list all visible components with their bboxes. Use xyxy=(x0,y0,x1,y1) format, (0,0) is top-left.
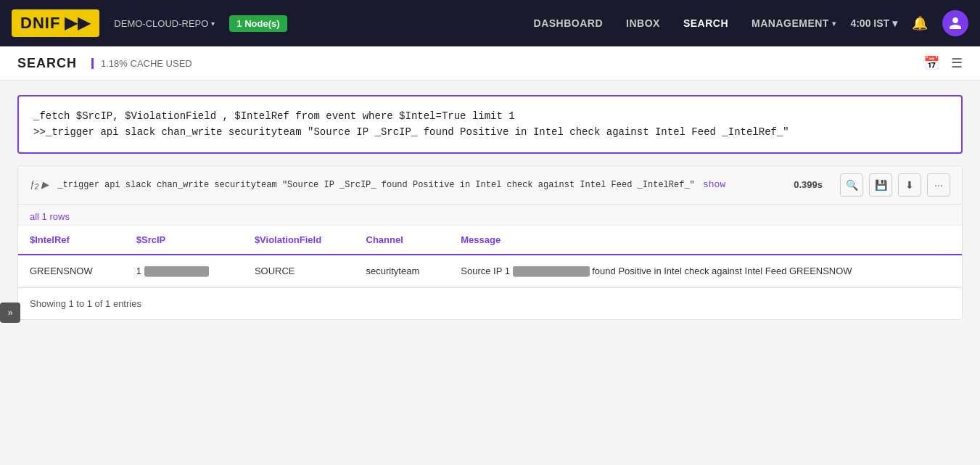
msg-ip-redacted: ████████████ xyxy=(513,266,590,276)
cache-info: 1.18% CACHE USED xyxy=(91,58,192,69)
calendar-icon[interactable]: 📅 xyxy=(923,55,939,71)
time-chevron: ▾ xyxy=(892,17,897,29)
col-violation-field: $ViolationField xyxy=(243,226,355,255)
query-line2: >>_trigger api slack chan_write security… xyxy=(33,124,947,140)
footer-info: Showing 1 to 1 of 1 entries xyxy=(18,287,962,319)
src-ip-prefix: 1 xyxy=(136,266,144,276)
function-label: ƒ2 xyxy=(30,179,38,191)
user-avatar[interactable] xyxy=(942,10,968,36)
sidebar-toggle-btn[interactable]: » xyxy=(0,303,20,323)
table-header-row: $IntelRef $SrcIP $ViolationField Channel… xyxy=(18,226,962,255)
menu-icon[interactable]: ☰ xyxy=(951,55,963,71)
table-row: GREENSNOW 1 ██████████ SOURCE securityte… xyxy=(18,255,962,287)
nav-dashboard[interactable]: DASHBOARD xyxy=(534,17,604,29)
col-message: Message xyxy=(449,226,962,255)
save-action-btn[interactable]: 💾 xyxy=(869,173,892,197)
col-src-ip: $SrcIP xyxy=(125,226,243,255)
nodes-badge[interactable]: 1 Node(s) xyxy=(229,15,287,32)
nav-search[interactable]: SEARCH xyxy=(683,17,728,29)
header-icons: 📅 ☰ xyxy=(923,55,963,71)
sidebar-toggle-area: » xyxy=(0,143,20,323)
management-chevron: ▾ xyxy=(832,20,836,28)
more-action-btn[interactable]: ··· xyxy=(927,173,950,197)
col-channel: Channel xyxy=(355,226,450,255)
rows-link[interactable]: all 1 rows xyxy=(30,211,70,222)
nav-inbox[interactable]: INBOX xyxy=(626,17,660,29)
src-ip-redacted: ██████████ xyxy=(144,266,209,276)
msg-prefix: Source IP 1 xyxy=(461,266,510,276)
result-panel: ƒ2 ▶ _trigger api slack chan_write secur… xyxy=(17,165,963,320)
cell-src-ip: 1 ██████████ xyxy=(125,255,243,287)
col-intel-ref: $IntelRef xyxy=(18,226,125,255)
result-subheader: all 1 rows xyxy=(18,205,962,226)
page-header: SEARCH 1.18% CACHE USED 📅 ☰ xyxy=(0,46,980,81)
user-icon xyxy=(948,16,963,30)
logo-arrows: ▶▶ xyxy=(65,14,91,33)
logo-text: DNIF xyxy=(20,14,60,33)
result-time: 0.399s xyxy=(794,179,823,190)
cell-channel: securityteam xyxy=(355,255,450,287)
nav-links: DASHBOARD INBOX SEARCH MANAGEMENT ▾ xyxy=(534,17,836,29)
nav-management[interactable]: MANAGEMENT ▾ xyxy=(752,17,836,29)
main-content: _fetch $SrcIP, $ViolationField , $IntelR… xyxy=(0,81,980,334)
cell-violation-field: SOURCE xyxy=(243,255,355,287)
search-action-btn[interactable]: 🔍 xyxy=(840,173,863,197)
msg-suffix: found Positive in Intel check against In… xyxy=(592,266,852,276)
data-table: $IntelRef $SrcIP $ViolationField Channel… xyxy=(18,226,962,287)
notification-bell[interactable]: 🔔 xyxy=(912,15,928,31)
repo-selector[interactable]: DEMO-CLOUD-REPO ▾ xyxy=(114,18,215,29)
arrow-icon: ▶ xyxy=(41,179,49,190)
logo[interactable]: DNIF ▶▶ xyxy=(12,9,99,37)
cell-intel-ref: GREENSNOW xyxy=(18,255,125,287)
show-link[interactable]: show xyxy=(703,179,725,190)
result-query-text: _trigger api slack chan_write securityte… xyxy=(57,179,785,190)
top-navigation: DNIF ▶▶ DEMO-CLOUD-REPO ▾ 1 Node(s) DASH… xyxy=(0,0,980,46)
nav-time: 4:00 IST ▾ xyxy=(850,17,897,29)
query-line1: _fetch $SrcIP, $ViolationField , $IntelR… xyxy=(33,108,947,124)
repo-chevron: ▾ xyxy=(211,20,215,28)
query-box[interactable]: _fetch $SrcIP, $ViolationField , $IntelR… xyxy=(17,95,963,154)
page-title: SEARCH xyxy=(17,56,77,71)
content-area: _fetch $SrcIP, $ViolationField , $IntelR… xyxy=(17,95,963,320)
result-label: ƒ2 ▶ xyxy=(30,179,49,191)
result-header: ƒ2 ▶ _trigger api slack chan_write secur… xyxy=(18,166,962,205)
cell-message: Source IP 1 ████████████ found Positive … xyxy=(449,255,962,287)
result-actions: 🔍 💾 ⬇ ··· xyxy=(840,173,950,197)
download-action-btn[interactable]: ⬇ xyxy=(898,173,921,197)
repo-name: DEMO-CLOUD-REPO xyxy=(114,18,208,29)
